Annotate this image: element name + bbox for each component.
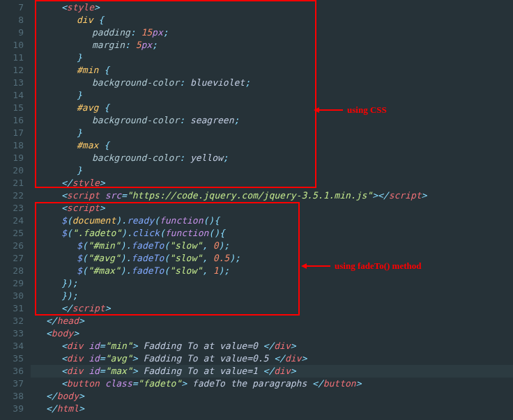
code-line: background-color: blueviolet; [31,77,513,89]
code-line: #min { [31,64,513,77]
line-number: 8 [4,14,24,26]
code-editor: 7891011121314151617181920212223242526272… [0,0,513,420]
line-number: 34 [4,340,24,352]
line-number: 18 [4,139,24,152]
line-number: 19 [4,152,24,164]
code-line: </script> [31,302,513,315]
code-line: padding: 15px; [31,26,513,39]
code-line: div { [31,14,513,26]
line-number: 12 [4,64,24,77]
code-line: </body> [31,390,513,403]
line-number: 15 [4,102,24,114]
code-line: $("#min").fadeTo("slow", 0); [31,240,513,252]
line-number: 17 [4,127,24,139]
line-number: 10 [4,39,24,52]
line-number: 25 [4,227,24,240]
code-line: <div id="min"> Fadding To at value=0 </d… [31,340,513,352]
line-number: 16 [4,114,24,127]
line-number-gutter: 7891011121314151617181920212223242526272… [0,0,31,420]
code-line: } [31,89,513,102]
code-line: background-color: seagreen; [31,114,513,127]
code-line: #avg { [31,102,513,114]
line-number: 30 [4,290,24,302]
code-line: <button class="fadeto"> fadeTo the parag… [31,378,513,390]
code-line: $(document).ready(function(){ [31,215,513,227]
code-line: }); [31,277,513,290]
code-line: $("#max").fadeTo("slow", 1); [31,265,513,277]
code-line: <style> [31,1,513,14]
line-number: 14 [4,89,24,102]
line-number: 38 [4,390,24,403]
code-line-active: <div id="max"> Fadding To at value=1 </d… [31,365,513,378]
code-line: $(".fadeto").click(function(){ [31,227,513,240]
line-number: 39 [4,403,24,415]
code-line: </head> [31,315,513,327]
code-line: <script src="https://code.jquery.com/jqu… [31,189,513,202]
line-number: 36 [4,365,24,378]
line-number: 9 [4,26,24,39]
code-line: } [31,52,513,64]
code-line: #max { [31,139,513,152]
code-line: } [31,164,513,177]
line-number: 29 [4,277,24,290]
code-line: <body> [31,327,513,340]
line-number: 7 [4,1,24,14]
line-number: 27 [4,252,24,265]
line-number: 26 [4,240,24,252]
line-number: 35 [4,352,24,365]
line-number: 11 [4,52,24,64]
line-number: 21 [4,177,24,189]
code-line: </style> [31,177,513,189]
code-line: <div id="avg"> Fadding To at value=0.5 <… [31,352,513,365]
code-line: <script> [31,202,513,215]
code-line: }); [31,290,513,302]
line-number: 32 [4,315,24,327]
line-number: 28 [4,265,24,277]
code-content-area[interactable]: <style> div { padding: 15px; margin: 5px… [31,0,513,420]
line-number: 31 [4,302,24,315]
line-number: 24 [4,215,24,227]
line-number: 20 [4,164,24,177]
line-number: 33 [4,327,24,340]
code-line: </html> [31,403,513,415]
code-line: background-color: yellow; [31,152,513,164]
code-line: margin: 5px; [31,39,513,52]
code-line: } [31,127,513,139]
line-number: 13 [4,77,24,89]
code-line: $("#avg").fadeTo("slow", 0.5); [31,252,513,265]
line-number: 37 [4,378,24,390]
line-number: 23 [4,202,24,215]
line-number: 22 [4,189,24,202]
